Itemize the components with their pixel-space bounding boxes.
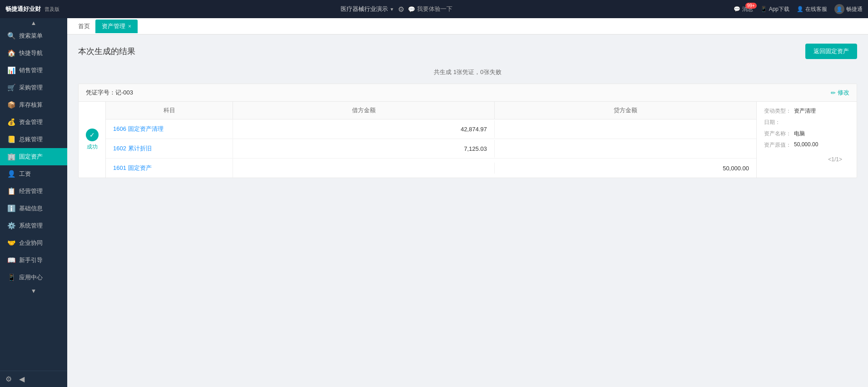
sidebar-item-purchase[interactable]: 🛒 采购管理 [0, 79, 67, 96]
ledger-icon: 📒 [7, 135, 15, 144]
sidebar-item-label: 销售管理 [19, 66, 43, 74]
sidebar-item-sales[interactable]: 📊 销售管理 [0, 62, 67, 79]
credit-cell [495, 143, 756, 154]
sidebar-item-quick-nav[interactable]: 🏠 快捷导航 [0, 45, 67, 62]
tab-home[interactable]: 首页 [74, 20, 94, 33]
asset-original-label: 资产原值： [764, 141, 791, 149]
message-button[interactable]: 💬 消息 99+ [734, 5, 753, 13]
sidebar-settings-icon[interactable]: ⚙ [5, 375, 12, 383]
asset-name-value: 电脑 [794, 130, 805, 138]
sidebar-item-label: 快捷导航 [19, 49, 43, 57]
sidebar-item-system[interactable]: ⚙️ 系统管理 [0, 217, 67, 234]
system-icon: ⚙️ [7, 222, 15, 230]
tab-close-icon[interactable]: × [128, 23, 131, 30]
sidebar-scroll-down[interactable]: ▼ [0, 286, 67, 295]
edit-label: 修改 [838, 89, 849, 97]
company-selector[interactable]: 医疗器械行业演示 ▼ [341, 5, 394, 13]
sidebar-item-business[interactable]: 📋 经营管理 [0, 183, 67, 200]
payroll-icon: 👤 [7, 170, 15, 178]
sidebar-item-label: 基础信息 [19, 204, 43, 213]
summary-text: 共生成 1张凭证，0张失败 [434, 69, 501, 75]
sidebar-item-label: 搜索菜单 [19, 32, 43, 40]
basic-info-icon: ℹ️ [7, 204, 15, 213]
table-row: 1602 累计折旧 7,125.03 [106, 139, 756, 159]
account-cell[interactable]: 1606 固定资产清理 [106, 119, 233, 139]
sidebar-scroll-up[interactable]: ▲ [0, 18, 67, 27]
col-credit: 贷方金额 [495, 102, 756, 119]
sidebar-item-label: 应用中心 [19, 273, 43, 282]
sidebar-item-ledger[interactable]: 📒 总账管理 [0, 131, 67, 148]
info-date: 日期： [764, 119, 849, 126]
app-edition: 普及版 [45, 6, 60, 13]
sidebar-collapse-icon[interactable]: ◀ [19, 375, 25, 383]
col-debit: 借方金额 [233, 102, 495, 119]
top-bar: 畅捷通好业财 普及版 医疗器械行业演示 ▼ ⚙ 💬 我要体验一下 💬 消息 99… [0, 0, 868, 18]
message-badge: 99+ [745, 3, 757, 9]
main-layout: ▲ 🔍 搜索菜单 🏠 快捷导航 📊 销售管理 🛒 采购管理 📦 库存核算 💰 资… [0, 18, 868, 387]
user-menu[interactable]: 👤 畅捷通 [834, 4, 863, 14]
company-dropdown-arrow: ▼ [390, 7, 394, 12]
credit-cell [495, 124, 756, 134]
credit-cell: 50,000.00 [495, 159, 756, 177]
sidebar-item-label: 新手引导 [19, 256, 43, 264]
return-button[interactable]: 返回固定资产 [805, 44, 857, 59]
info-asset-original: 资产原值： 50,000.00 [764, 141, 849, 149]
debit-cell: 42,874.97 [233, 120, 495, 138]
asset-original-value: 50,000.00 [794, 141, 818, 148]
table-row: 1601 固定资产 50,000.00 [106, 159, 756, 178]
debit-cell [233, 163, 495, 174]
tab-asset-management[interactable]: 资产管理 × [95, 20, 138, 33]
sidebar-item-search[interactable]: 🔍 搜索菜单 [0, 27, 67, 45]
avatar-icon: 👤 [836, 6, 843, 12]
funds-icon: 💰 [7, 118, 15, 126]
user-name: 畅捷通 [846, 5, 863, 13]
account-cell[interactable]: 1602 累计折旧 [106, 139, 233, 158]
app-center-icon: 📱 [7, 273, 15, 282]
tab-home-label: 首页 [78, 23, 90, 30]
page-content: 本次生成的结果 返回固定资产 共生成 1张凭证，0张失败 凭证字号：记-003 … [67, 35, 868, 387]
voucher-number: 凭证字号：记-003 [86, 89, 133, 97]
sidebar-item-inventory[interactable]: 📦 库存核算 [0, 96, 67, 114]
pagination-prev[interactable]: < [828, 156, 831, 163]
sidebar-item-basic-info[interactable]: ℹ️ 基础信息 [0, 200, 67, 217]
asset-name-label: 资产名称： [764, 130, 791, 138]
experience-label: 我要体验一下 [417, 5, 452, 13]
enterprise-icon: 🤝 [7, 239, 15, 247]
experience-button[interactable]: 💬 我要体验一下 [408, 5, 452, 13]
sidebar-item-funds[interactable]: 💰 资金管理 [0, 114, 67, 131]
edit-icon: ✏ [831, 89, 836, 96]
table-header: 科目 借方金额 贷方金额 [106, 102, 756, 119]
col-subject: 科目 [106, 102, 233, 119]
tab-label: 资产管理 [102, 22, 125, 30]
page-title: 本次生成的结果 [78, 46, 135, 57]
top-bar-right: 💬 消息 99+ 📱 App下载 👤 在线客服 👤 畅捷通 [734, 4, 863, 14]
page-header: 本次生成的结果 返回固定资产 [78, 44, 857, 59]
inventory-icon: 📦 [7, 101, 15, 109]
customer-service-label: 在线客服 [805, 5, 827, 13]
company-name: 医疗器械行业演示 [341, 5, 388, 13]
app-download-label: App下载 [769, 5, 789, 13]
app-download-button[interactable]: 📱 App下载 [760, 5, 789, 13]
avatar: 👤 [834, 4, 844, 14]
fixed-assets-icon: 🏢 [7, 153, 15, 161]
account-cell[interactable]: 1601 固定资产 [106, 159, 233, 178]
info-asset-name: 资产名称： 电脑 [764, 130, 849, 138]
guide-icon: 📖 [7, 256, 15, 264]
sidebar-item-payroll[interactable]: 👤 工资 [0, 165, 67, 183]
edit-button[interactable]: ✏ 修改 [831, 89, 849, 97]
sidebar-item-enterprise[interactable]: 🤝 企业协同 [0, 234, 67, 252]
pagination-next[interactable]: > [839, 156, 842, 163]
customer-service-button[interactable]: 👤 在线客服 [797, 5, 827, 13]
sidebar-item-label: 总账管理 [19, 135, 43, 144]
voucher-card: 凭证字号：记-003 ✏ 修改 ✓ 成功 [78, 84, 857, 178]
table-row: 1606 固定资产清理 42,874.97 [106, 119, 756, 139]
sidebar-item-fixed-assets[interactable]: 🏢 固定资产 [0, 148, 67, 165]
tab-bar: 首页 资产管理 × [67, 18, 868, 35]
app-branding: 畅捷通好业财 普及版 [5, 5, 60, 13]
settings-icon[interactable]: ⚙ [398, 5, 404, 14]
sidebar-item-app-center[interactable]: 📱 应用中心 [0, 269, 67, 286]
purchase-icon: 🛒 [7, 84, 15, 92]
sidebar-item-guide[interactable]: 📖 新手引导 [0, 252, 67, 269]
success-indicator: ✓ 成功 [79, 102, 106, 178]
content-area: 首页 资产管理 × 本次生成的结果 返回固定资产 共生成 1张凭证，0张失败 凭… [67, 18, 868, 387]
